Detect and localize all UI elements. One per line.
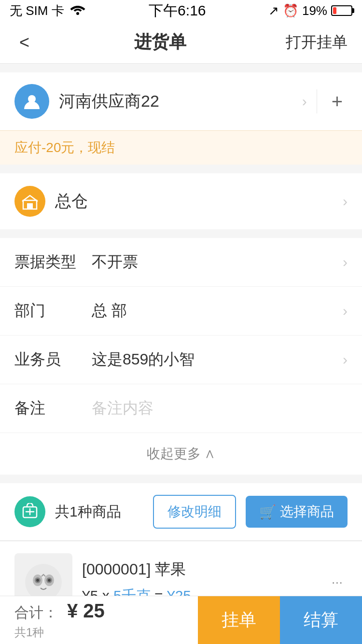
cart-icon: 🛒 [259,504,276,520]
total-label: 合计： [14,604,58,620]
divider-3 [0,229,362,238]
salesperson-chevron: › [343,351,348,368]
product-divider [0,540,362,541]
notice-text: 应付-20元，现结 [14,140,115,155]
warehouse-chevron-icon: › [343,193,348,210]
select-product-label: 选择商品 [280,503,334,521]
status-bar-right: ↗ ⏰ 19% [268,3,352,18]
checkout-button[interactable]: 结算 [280,596,362,644]
department-chevron: › [343,303,348,319]
total-count: 共1种 [14,625,183,640]
supplier-avatar [14,84,49,119]
total-row: 合计： ¥ 25 [14,600,183,623]
wifi-icon [69,3,86,19]
remark-input[interactable]: 备注内容 [92,398,348,419]
product-header: 共1种商品 修改明细 🛒 选择商品 [0,483,362,540]
department-value: 总 部 [92,300,343,322]
product-name: [0000001] 苹果 [82,559,317,580]
back-button[interactable]: < [14,28,34,57]
supplier-name: 河南供应商22 [59,90,302,112]
total-section: 合计： ¥ 25 共1种 [0,600,198,640]
svg-point-5 [25,564,62,601]
invoice-type-row[interactable]: 票据类型 不开票 › [0,238,362,286]
hang-order-button[interactable]: 挂单 [198,596,280,644]
battery-percent: 19% [302,3,327,18]
warehouse-icon [14,186,45,217]
divider-2 [0,165,362,173]
salesperson-value: 这是859的小智 [92,349,343,370]
nav-bar: < 进货单 打开挂单 [0,21,362,64]
department-row[interactable]: 部门 总 部 › [0,286,362,335]
supplier-chevron-icon: › [302,93,307,110]
status-bar-left: 无 SIM 卡 [10,2,86,19]
location-icon: ↗ [268,3,279,18]
bottom-bar: 合计： ¥ 25 共1种 挂单 结算 [0,596,362,644]
select-product-button[interactable]: 🛒 选择商品 [246,496,348,528]
supplier-add-button[interactable]: + [327,91,348,112]
svg-point-10 [36,579,39,582]
invoice-type-label: 票据类型 [14,252,92,273]
svg-rect-3 [27,203,33,209]
notice-row: 应付-20元，现结 [0,130,362,165]
open-hang-button[interactable]: 打开挂单 [286,32,348,53]
alarm-icon: ⏰ [283,3,298,18]
warehouse-name: 总仓 [55,190,343,212]
product-count-icon [14,496,45,527]
salesperson-row[interactable]: 业务员 这是859的小智 › [0,335,362,384]
invoice-type-chevron: › [343,254,348,270]
status-time: 下午6:16 [149,1,206,21]
svg-point-0 [76,12,79,15]
total-amount: ¥ 25 [67,600,105,621]
collapse-button[interactable]: 收起更多 ∧ [0,433,362,475]
remark-row[interactable]: 备注 备注内容 [0,384,362,433]
page-title: 进货单 [134,30,186,54]
product-title: 苹果 [155,560,186,578]
warehouse-row[interactable]: 总仓 › [0,173,362,229]
salesperson-label: 业务员 [14,349,92,370]
divider-1 [0,64,362,72]
product-count-text: 共1种商品 [55,502,143,522]
svg-point-11 [48,579,51,582]
form-section: 票据类型 不开票 › 部门 总 部 › 业务员 这是859的小智 › 备注 备注… [0,238,362,475]
collapse-label: 收起更多 ∧ [147,445,216,463]
edit-detail-button[interactable]: 修改明细 [153,495,236,529]
status-bar: 无 SIM 卡 下午6:16 ↗ ⏰ 19% [0,0,362,21]
product-more-button[interactable]: ··· [327,570,348,595]
carrier-label: 无 SIM 卡 [10,2,64,19]
divider-4 [0,475,362,483]
battery-fill [333,7,336,14]
product-code: [0000001] [82,560,151,578]
department-label: 部门 [14,300,92,322]
remark-label: 备注 [14,398,92,419]
invoice-type-value: 不开票 [92,252,343,273]
supplier-row[interactable]: 河南供应商22 › + [0,72,362,130]
battery-icon [331,5,352,16]
supplier-divider [317,89,317,113]
